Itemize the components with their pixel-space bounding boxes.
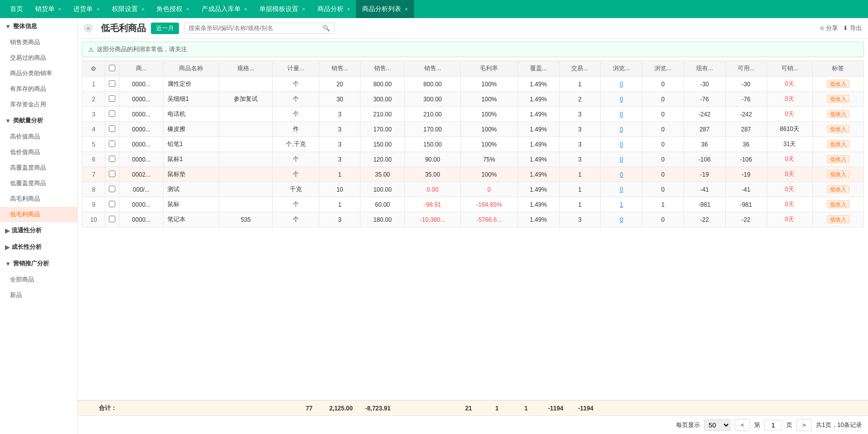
sidebar-group-growth[interactable]: ▶ 成长性分析	[0, 239, 77, 255]
col-sales-qty: 销售...	[319, 61, 361, 77]
table-row: 5 0000... 铅笔1 个,千克 3 150.00 150.00 100% …	[82, 137, 864, 152]
row-saleable: 0天	[767, 212, 812, 227]
row-name[interactable]: 鼠标垫	[163, 167, 219, 182]
row-checkbox[interactable]	[109, 186, 115, 192]
sidebar-item-high-margin[interactable]: 高毛利商品	[0, 191, 77, 207]
sidebar-item-category-rate[interactable]: 商品分类助销率	[0, 66, 77, 81]
nav-close-permissions[interactable]: ×	[141, 0, 144, 18]
sidebar-group-overall[interactable]: ▼ 整体信息	[0, 18, 77, 35]
row-saleable: 31天	[767, 137, 812, 152]
nav-close-roles[interactable]: ×	[186, 0, 189, 18]
sidebar-group-flow[interactable]: ▶ 流通性分析	[0, 222, 77, 239]
row-name[interactable]: 鼠标	[163, 197, 219, 212]
row-checkbox[interactable]	[109, 95, 115, 102]
sidebar-group-献量[interactable]: ▼ 类献量分析	[0, 112, 77, 129]
table-row: 10 0000... 笔记本 535 个 3 180.00 -10,380...…	[82, 212, 864, 227]
total-current-stock: -1194	[541, 405, 571, 412]
row-checkbox[interactable]	[109, 80, 115, 87]
nav-close-purchase[interactable]: ×	[96, 0, 99, 18]
table-row: 6 0000... 鼠标1 个 3 120.00 90.00 75% 1.49%…	[82, 152, 864, 167]
row-spec	[219, 137, 272, 152]
nav-close-sales[interactable]: ×	[58, 0, 61, 18]
row-saleable: 0天	[767, 77, 812, 92]
row-sales-price: 100.00	[361, 182, 405, 197]
row-checkbox[interactable]	[109, 171, 115, 177]
nav-permissions[interactable]: 权限设置 ×	[106, 0, 150, 18]
row-available: -41	[725, 182, 767, 197]
nav-close-goods-analysis[interactable]: ×	[347, 0, 350, 18]
sidebar-group-marketing[interactable]: ▼ 营销推广分析	[0, 255, 77, 272]
row-sales-profit: 170.00	[405, 122, 461, 137]
row-checkbox-cell[interactable]	[105, 107, 119, 122]
row-unit: 个	[273, 167, 319, 182]
row-gross-rate: 100%	[461, 107, 517, 122]
row-trade: 3	[559, 152, 601, 167]
nav-purchase[interactable]: 进货单 ×	[67, 0, 105, 18]
row-name[interactable]: 测试	[163, 182, 219, 197]
row-checkbox[interactable]	[109, 201, 115, 207]
row-checkbox-cell[interactable]	[105, 152, 119, 167]
row-name[interactable]: 属性定价	[163, 77, 219, 92]
row-name[interactable]: 鼠标1	[163, 152, 219, 167]
next-page-button[interactable]: ＞	[796, 419, 812, 431]
row-checkbox-cell[interactable]	[105, 137, 119, 152]
col-settings[interactable]: ⚙	[82, 61, 105, 77]
row-checkbox-cell[interactable]	[105, 167, 119, 182]
nav-roles[interactable]: 角色授权 ×	[150, 0, 195, 18]
sidebar-item-sales-goods[interactable]: 销售类商品	[0, 35, 77, 50]
nav-close-goods-list[interactable]: ×	[405, 0, 408, 18]
page-number-input[interactable]	[764, 420, 782, 430]
search-icon[interactable]: 🔍	[322, 25, 330, 32]
row-unit: 件	[273, 122, 319, 137]
row-name[interactable]: 橡皮擦	[163, 122, 219, 137]
nav-template[interactable]: 单据模板设置 ×	[253, 0, 311, 18]
row-checkbox-cell[interactable]	[105, 182, 119, 197]
row-checkbox[interactable]	[109, 110, 115, 117]
collapse-sidebar-button[interactable]: «	[84, 24, 93, 33]
sidebar-item-stock-goods[interactable]: 有库存的商品	[0, 81, 77, 97]
row-sales-price: 60.00	[361, 197, 405, 212]
sidebar-item-high-value[interactable]: 高价值商品	[0, 129, 77, 144]
row-checkbox-cell[interactable]	[105, 77, 119, 92]
col-checkbox-all[interactable]	[105, 61, 119, 77]
nav-goods-analysis-list[interactable]: 商品分析列表 ×	[356, 0, 414, 18]
row-name[interactable]: 电话机	[163, 107, 219, 122]
row-checkbox-cell[interactable]	[105, 212, 119, 227]
sidebar-item-low-margin[interactable]: 低毛利商品	[0, 207, 77, 222]
row-checkbox[interactable]	[109, 140, 115, 147]
table-row: 2 0000... 吴细细1 参加复试 个 30 300.00 300.00 1…	[82, 92, 864, 107]
export-button[interactable]: ⬇ 导出	[843, 24, 862, 33]
sidebar-item-traded-goods[interactable]: 交易过的商品	[0, 50, 77, 66]
row-checkbox[interactable]	[109, 216, 115, 222]
search-input[interactable]	[189, 25, 319, 32]
row-checkbox-cell[interactable]	[105, 197, 119, 212]
row-name[interactable]: 笔记本	[163, 212, 219, 227]
row-name[interactable]: 铅笔1	[163, 137, 219, 152]
nav-close-products[interactable]: ×	[244, 0, 247, 18]
nav-products[interactable]: 产成品入库单 ×	[196, 0, 253, 18]
row-num: 9	[82, 197, 105, 212]
row-sales-price: 150.00	[361, 137, 405, 152]
nav-sales[interactable]: 销货单 ×	[29, 0, 67, 18]
prev-page-button[interactable]: ＜	[735, 419, 750, 431]
row-saleable: 0天	[767, 167, 812, 182]
row-checkbox[interactable]	[109, 125, 115, 132]
page-size-select[interactable]: 50 100 200	[704, 419, 731, 431]
row-checkbox-cell[interactable]	[105, 122, 119, 137]
sidebar-item-high-coverage[interactable]: 高覆盖度商品	[0, 160, 77, 176]
nav-close-template[interactable]: ×	[302, 0, 305, 18]
row-cover-rate: 1.49%	[517, 182, 559, 197]
row-name[interactable]: 吴细细1	[163, 92, 219, 107]
sidebar-item-stock-capital[interactable]: 库存资金占用	[0, 97, 77, 112]
share-button[interactable]: ⎋ 分享	[820, 24, 838, 33]
nav-home[interactable]: 首页	[4, 0, 29, 18]
select-all-checkbox[interactable]	[109, 65, 115, 71]
sidebar-item-new-goods[interactable]: 新品	[0, 287, 77, 303]
sidebar-item-low-coverage[interactable]: 低覆盖度商品	[0, 176, 77, 191]
time-filter-button[interactable]: 近一月	[151, 23, 179, 34]
sidebar-item-low-value[interactable]: 低价值商品	[0, 144, 77, 160]
row-checkbox[interactable]	[109, 156, 115, 162]
sidebar-item-all-goods[interactable]: 全部商品	[0, 272, 77, 287]
row-checkbox-cell[interactable]	[105, 92, 119, 107]
nav-goods-analysis[interactable]: 商品分析 ×	[311, 0, 356, 18]
